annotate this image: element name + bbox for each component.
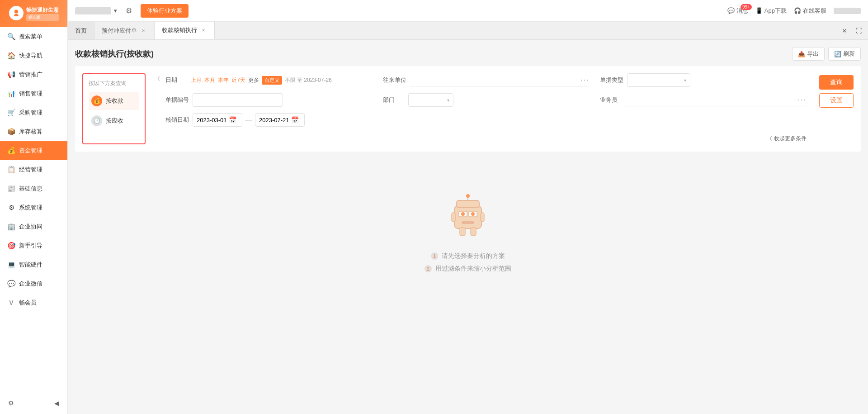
settings-btn[interactable]: ⚙ (123, 5, 135, 17)
building-icon: 🏢 (7, 223, 15, 231)
message-icon: 💬 (727, 7, 735, 14)
company-name (75, 7, 111, 14)
filter-sidebar-title: 按以下方案查询 (89, 80, 139, 87)
svg-point-5 (471, 212, 475, 216)
refresh-icon: 🔄 (834, 51, 841, 57)
voucher-no-label: 单据编号 (165, 96, 189, 104)
download-icon: 📱 (755, 7, 763, 14)
svg-rect-8 (481, 213, 484, 222)
sidebar-item-enterprise[interactable]: 🏢 企业协同 (0, 217, 67, 236)
sidebar-navigation: 🔍 搜索菜单 🏠 快捷导航 📢 营销推广 📊 销售管理 🛒 采购管理 📦 库存核… (0, 27, 67, 392)
sidebar-item-marketing[interactable]: 📢 营销推广 (0, 65, 67, 84)
dropdown-arrow-icon: ▾ (114, 7, 117, 14)
receipt-filter-icon: 💰 (91, 95, 102, 106)
page-actions: 📤 导出 🔄 刷新 (792, 47, 861, 61)
sidebar-item-guide[interactable]: 🎯 新手引导 (0, 236, 67, 255)
shortcut-custom[interactable]: 自定义 (262, 76, 282, 85)
shortcut-last-month[interactable]: 上月 (191, 76, 202, 84)
voucher-no-input[interactable] (193, 93, 283, 107)
collapse-sidebar-btn[interactable]: ◀ (51, 398, 62, 409)
voucher-no-field: 单据编号 (165, 93, 372, 107)
tab-prepay[interactable]: 预付冲应付单 × (94, 22, 155, 39)
query-btn[interactable]: 查询 (819, 75, 854, 90)
prepay-tab-label: 预付冲应付单 (102, 27, 137, 35)
svg-point-13 (466, 194, 470, 198)
staff-selector[interactable]: ··· (625, 94, 807, 106)
sidebar-item-sales[interactable]: 📊 销售管理 (0, 84, 67, 103)
partner-selector[interactable]: ··· (410, 74, 590, 86)
date-label: 日期 (165, 76, 187, 84)
finance-icon: 💰 (7, 147, 15, 155)
receivable-filter-icon: 🕐 (91, 115, 102, 126)
sidebar-item-system[interactable]: ⚙ 系统管理 (0, 198, 67, 217)
dept-select[interactable]: ▾ (408, 93, 453, 107)
message-badge: 99+ (741, 4, 752, 10)
home-icon: 🏠 (7, 52, 15, 60)
tabbar-actions: ✕ ⛶ (839, 25, 864, 36)
sidebar-item-quick-nav[interactable]: 🏠 快捷导航 (0, 46, 67, 65)
app-download-btn[interactable]: 📱 App下载 (755, 7, 787, 15)
box-icon: 📦 (7, 128, 15, 136)
settings-footer-btn[interactable]: ⚙ (5, 398, 16, 409)
sidebar-item-vip[interactable]: V 畅会员 (0, 293, 67, 312)
sidebar-item-operation[interactable]: 📋 经营管理 (0, 160, 67, 179)
svg-point-0 (14, 10, 18, 14)
app-logo: 畅捷通好生意 标准版 (0, 0, 67, 27)
refresh-btn[interactable]: 🔄 刷新 (828, 47, 861, 61)
gear-nav-icon: ⚙ (7, 204, 15, 212)
export-btn[interactable]: 📤 导出 (792, 47, 825, 61)
app-name: 畅捷通好生意 (26, 6, 59, 14)
tab-receipt[interactable]: 收款核销执行 × (155, 22, 215, 39)
sidebar-item-purchase[interactable]: 🛒 采购管理 (0, 103, 67, 122)
search-icon: 🔍 (7, 33, 15, 41)
shortcut-more[interactable]: 更多 (248, 76, 259, 84)
filter-option-by-receipt[interactable]: 💰 按收款 (89, 92, 139, 110)
filter-option-by-receivable[interactable]: 🕐 按应收 (89, 112, 139, 130)
online-service-btn[interactable]: 🎧 在线客服 (794, 7, 826, 15)
company-selector[interactable]: ▾ (75, 7, 117, 14)
voucher-type-select[interactable]: ▾ (627, 73, 690, 87)
calendar-end-icon[interactable]: 📅 (291, 116, 299, 124)
industry-solution-btn[interactable]: 体验行业方案 (141, 4, 189, 18)
sidebar-item-wechat[interactable]: 💬 企业微信 (0, 274, 67, 293)
close-receipt-tab[interactable]: × (200, 27, 207, 34)
shortcut-this-month[interactable]: 本月 (204, 76, 215, 84)
shortcut-7days[interactable]: 近7天 (231, 76, 245, 84)
fullscreen-btn[interactable]: ⛶ (854, 25, 864, 36)
megaphone-icon: 📢 (7, 71, 15, 79)
sidebar-footer: ⚙ ◀ (0, 392, 67, 414)
query-row-3: 核销日期 2023-03-01 📅 — 2023-07-21 (165, 113, 807, 127)
date-field: 日期 上月 本月 本年 近7天 更多 自定义 不限 至 2023-07-26 (165, 76, 372, 85)
app-version: 标准版 (26, 14, 59, 21)
message-btn[interactable]: 💬 消息 99+ (727, 7, 748, 15)
date-no-limit: 不限 至 2023-07-26 (285, 76, 332, 84)
sidebar-item-inventory[interactable]: 📦 库存核算 (0, 122, 67, 141)
filter-sidebar: 按以下方案查询 💰 按收款 🕐 按应收 (82, 73, 146, 144)
shortcut-this-year[interactable]: 本年 (218, 76, 229, 84)
empty-illustration (441, 188, 495, 242)
query-row-1: 日期 上月 本月 本年 近7天 更多 自定义 不限 至 2023-07-26 (165, 73, 807, 87)
verify-date-field: 核销日期 2023-03-01 📅 — 2023-07-21 (165, 113, 807, 127)
setting-btn[interactable]: 设置 (819, 93, 854, 108)
user-info (834, 8, 861, 14)
partner-label: 往来单位 (383, 76, 406, 84)
verify-date-start-input[interactable]: 2023-03-01 📅 (193, 113, 242, 127)
verify-date-range: 2023-03-01 📅 — 2023-07-21 📅 (193, 113, 305, 127)
tab-home[interactable]: 首页 (68, 22, 94, 39)
collapse-more-btn[interactable]: 《 收起更多条件 (165, 133, 807, 144)
sidebar-item-finance[interactable]: 💰 资金管理 (0, 141, 67, 160)
sidebar-item-smart-hw[interactable]: 💻 智能硬件 (0, 255, 67, 274)
sidebar-item-search[interactable]: 🔍 搜索菜单 (0, 27, 67, 46)
calendar-start-icon[interactable]: 📅 (229, 116, 236, 124)
voucher-type-field: 单据类型 ▾ (600, 73, 807, 87)
sidebar-item-basic-info[interactable]: 📰 基础信息 (0, 179, 67, 198)
verify-date-end-value: 2023-07-21 (259, 117, 289, 124)
newspaper-icon: 📰 (7, 185, 15, 193)
verify-date-end-input[interactable]: 2023-07-21 📅 (255, 113, 305, 127)
collapse-filter-btn[interactable]: 《 (153, 73, 162, 144)
topbar-left: ▾ ⚙ 体验行业方案 (75, 4, 189, 18)
close-prepay-tab[interactable]: × (140, 27, 147, 34)
svg-rect-6 (462, 221, 474, 224)
empty-hint-2: 2 用过滤条件来缩小分析范围 (425, 262, 511, 275)
close-window-btn[interactable]: ✕ (839, 25, 850, 36)
